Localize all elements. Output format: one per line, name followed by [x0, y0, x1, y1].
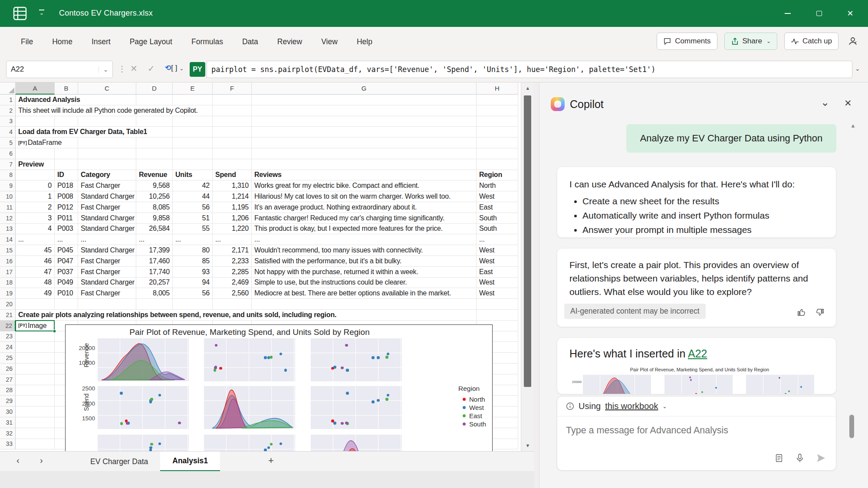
- grid-cell[interactable]: 49: [16, 288, 55, 299]
- grid-cell[interactable]: [477, 299, 518, 310]
- grid-cell[interactable]: [55, 148, 78, 159]
- grid-cell[interactable]: 44: [173, 191, 213, 202]
- row-header-27[interactable]: 27: [0, 374, 16, 385]
- grid-cell[interactable]: ...: [213, 234, 252, 245]
- grid-cell[interactable]: This product is okay, but I expected mor…: [252, 224, 477, 235]
- grid-cell[interactable]: 9,858: [136, 213, 173, 224]
- menu-tab-file[interactable]: File: [11, 37, 43, 46]
- grid-cell[interactable]: [213, 138, 252, 148]
- presence-person-icon[interactable]: [845, 34, 860, 49]
- grid-cell[interactable]: ...: [173, 234, 213, 245]
- grid-cell[interactable]: Fantastic charger! Reduced my car's char…: [252, 213, 477, 224]
- grid-cell[interactable]: [173, 95, 213, 105]
- grid-cell[interactable]: [136, 299, 173, 310]
- grid-cell[interactable]: Standard Charger: [78, 191, 136, 202]
- row-header-18[interactable]: 18: [0, 278, 16, 288]
- row-header-26[interactable]: 26: [0, 364, 16, 374]
- grid-cell[interactable]: P047: [55, 256, 78, 267]
- grid-cell[interactable]: 55: [173, 224, 213, 235]
- row-header-4[interactable]: 4: [0, 127, 16, 138]
- grid-cell[interactable]: Fast Charger: [78, 288, 136, 299]
- grid-cell[interactable]: 10,256: [136, 191, 173, 202]
- row-header-29[interactable]: 29: [0, 396, 16, 406]
- add-sheet-button[interactable]: +: [268, 455, 274, 466]
- select-all-corner[interactable]: [0, 82, 16, 95]
- row-header-7[interactable]: 7: [0, 159, 16, 170]
- grid-cell[interactable]: Works great for my electric bike. Compac…: [252, 180, 477, 191]
- grid-cell[interactable]: East: [477, 202, 518, 213]
- python-function-icon[interactable]: ⟲[ ] ⌄: [165, 63, 184, 72]
- grid-cell[interactable]: P003: [55, 224, 78, 235]
- grid-cell[interactable]: 51: [173, 213, 213, 224]
- minimize-button[interactable]: [775, 0, 801, 27]
- grid-cell[interactable]: [136, 116, 173, 127]
- grid-cell[interactable]: Fast Charger: [78, 202, 136, 213]
- grid-cell[interactable]: Revenue: [136, 170, 173, 181]
- sheet-nav-left-icon[interactable]: ‹: [16, 455, 20, 465]
- grid-cell[interactable]: 46: [16, 256, 55, 267]
- row-header-13[interactable]: 13: [0, 224, 16, 235]
- grid-cell[interactable]: Standard Charger: [78, 245, 136, 256]
- grid-cell[interactable]: [213, 148, 252, 159]
- formula-bar-handle-icon[interactable]: ⋮: [118, 64, 126, 74]
- grid-cell[interactable]: South: [477, 224, 518, 235]
- prompt-notebook-icon[interactable]: [774, 453, 784, 463]
- grid-cell[interactable]: Mediocre at best. There are better optio…: [252, 288, 477, 299]
- row-header-33[interactable]: 33: [0, 439, 16, 450]
- grid-cell[interactable]: [16, 116, 55, 127]
- menu-tab-insert[interactable]: Insert: [82, 37, 120, 46]
- row-header-1[interactable]: 1: [0, 95, 16, 105]
- column-header-G[interactable]: G: [252, 82, 477, 95]
- grid-cell[interactable]: [PY]DataFrame: [16, 138, 55, 148]
- grid-cell[interactable]: 1,220: [213, 224, 252, 235]
- microphone-icon[interactable]: [795, 453, 805, 463]
- menu-tab-page-layout[interactable]: Page Layout: [120, 37, 182, 46]
- maximize-button[interactable]: [806, 0, 832, 27]
- menu-tab-review[interactable]: Review: [268, 37, 312, 46]
- grid-cell[interactable]: Region: [477, 170, 518, 181]
- panel-scrollbar-thumb[interactable]: [849, 415, 854, 438]
- grid-cell[interactable]: North: [477, 180, 518, 191]
- grid-cell[interactable]: [252, 116, 477, 127]
- grid-cell[interactable]: 2,171: [213, 245, 252, 256]
- row-header-11[interactable]: 11: [0, 202, 16, 213]
- grid-cell[interactable]: West: [477, 191, 518, 202]
- grid-cell[interactable]: [252, 148, 477, 159]
- row-header-21[interactable]: 21: [0, 310, 16, 321]
- column-header-A[interactable]: A: [16, 82, 55, 95]
- chevron-down-icon[interactable]: ⌄: [99, 66, 108, 73]
- grid-cell[interactable]: 1: [16, 191, 55, 202]
- scroll-up-icon[interactable]: ▲: [521, 82, 534, 94]
- grid-cell[interactable]: 85: [173, 256, 213, 267]
- grid-cell[interactable]: Preview: [16, 159, 55, 170]
- grid-cell[interactable]: Standard Charger: [78, 213, 136, 224]
- cancel-entry-icon[interactable]: ✕: [130, 63, 138, 74]
- grid-cell[interactable]: P008: [55, 191, 78, 202]
- grid-cell[interactable]: 80: [173, 245, 213, 256]
- grid-cell[interactable]: Hilarious! My cat loves to sit on the wa…: [252, 191, 477, 202]
- row-header-22[interactable]: 22: [0, 321, 16, 331]
- comments-button[interactable]: Comments: [657, 33, 717, 50]
- grid-cell[interactable]: 42: [173, 180, 213, 191]
- grid-cell[interactable]: [477, 159, 518, 170]
- grid-cell[interactable]: [136, 138, 173, 148]
- name-box[interactable]: A22 ⌄: [6, 61, 113, 78]
- column-header-C[interactable]: C: [78, 82, 136, 95]
- context-selector[interactable]: Using this workbook ⌄: [557, 396, 836, 416]
- grid-cell[interactable]: Advanced Analysis: [16, 95, 55, 105]
- grid-cell[interactable]: ID: [55, 170, 78, 181]
- grid-cell[interactable]: [78, 95, 136, 105]
- grid-cell[interactable]: [173, 299, 213, 310]
- grid-cell[interactable]: [16, 439, 55, 450]
- grid-cell[interactable]: 2,285: [213, 267, 252, 278]
- grid-cell[interactable]: 20,257: [136, 278, 173, 288]
- catch-up-button[interactable]: Catch up: [784, 33, 838, 50]
- grid-cell[interactable]: P012: [55, 202, 78, 213]
- fill-handle[interactable]: [53, 330, 56, 333]
- grid-cell[interactable]: 56: [173, 288, 213, 299]
- formula-bar-expand-icon[interactable]: ⌄: [855, 65, 860, 72]
- grid-cell[interactable]: [16, 331, 55, 342]
- grid-cell[interactable]: South: [477, 213, 518, 224]
- grid-cell[interactable]: [16, 148, 55, 159]
- grid-cell[interactable]: [213, 127, 252, 138]
